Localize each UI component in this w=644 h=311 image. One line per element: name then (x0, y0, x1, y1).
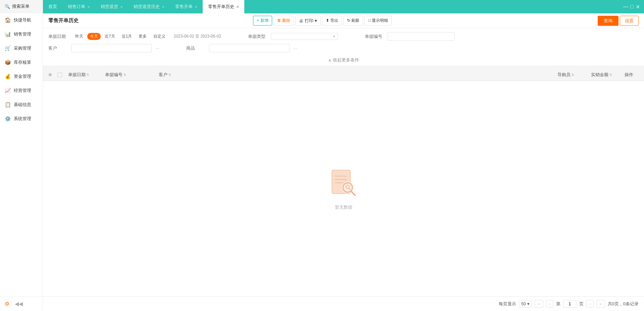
sidebar-search[interactable]: 🔍 搜索采单 (0, 0, 43, 13)
inventory-icon: 📦 (5, 59, 11, 65)
goods-dots[interactable]: ··· (294, 46, 297, 51)
settings-gear-icon[interactable]: ⚙ (5, 301, 9, 307)
tab-sales-order-label: 销售订单 (68, 4, 85, 10)
collapse-label: 收起更多条件 (333, 57, 359, 63)
sidebar-item-quick-nav[interactable]: 🏠 快捷导航 (0, 13, 43, 27)
tab-retail-open[interactable]: 零售开单 ✕ (170, 0, 203, 13)
th-checkbox[interactable] (55, 72, 65, 77)
th-date-sort: ⇅ (87, 73, 89, 76)
prev-page-button[interactable]: ‹ (546, 300, 553, 308)
tab-sales-return-label: 销货退货 (101, 4, 118, 10)
sidebar: 🔍 搜索采单 🏠 快捷导航 📊 销售管理 🛒 采购管理 📦 库存核算 💰 资金管… (0, 0, 43, 311)
tab-sales-order[interactable]: 销售订单 ✕ (62, 0, 95, 13)
type-select[interactable]: ▾ (271, 33, 338, 40)
orderno-input[interactable] (388, 32, 455, 41)
th-orderno[interactable]: 单据编号 ⇅ (102, 72, 155, 78)
print-button[interactable]: 🖨 打印 ▾ (295, 16, 321, 26)
last-page-button[interactable]: » (596, 300, 605, 308)
delete-button[interactable]: 🗑 删除 (274, 16, 294, 25)
yesterday-btn[interactable]: 昨天 (72, 33, 86, 40)
month1-btn[interactable]: 近1月 (119, 33, 135, 40)
date-range-text: 2023-06-02 至 2023-06-02 (174, 34, 221, 39)
orderno-filter-label: 单据编号 (365, 34, 385, 40)
tab-retail-open-label: 零售开单 (175, 4, 193, 10)
custom-btn[interactable]: 自定义 (151, 33, 168, 40)
maximize-button[interactable]: □ (630, 4, 634, 10)
first-page-button[interactable]: « (535, 300, 543, 308)
print-label: 🖨 打印 (299, 18, 313, 24)
th-action-label: 操作 (625, 72, 633, 78)
sidebar-search-label: 搜索采单 (12, 3, 30, 9)
page-suffix: 页 (579, 301, 584, 307)
sidebar-collapse-icon[interactable]: ◀◀ (15, 301, 23, 307)
th-amount[interactable]: 实销金额 ⇅ (588, 72, 621, 78)
export-button[interactable]: ⬆ 导出 (322, 16, 342, 25)
system-icon: ⚙️ (5, 116, 11, 122)
tab-sales-return[interactable]: 销货退货 ✕ (95, 0, 128, 13)
more-btn[interactable]: 更多 (136, 33, 149, 40)
goods-filter-col: 商品 ··· (186, 44, 297, 52)
setting-button[interactable]: 设置 (620, 16, 639, 26)
table-area: ⚙ 单据日期 ⇅ 单据编号 ⇅ 客户 ⇅ 导购员 ⇅ 实销金额 ⇅ (43, 69, 644, 296)
pagination: 每页显示 50 ▾ « ‹ 第 页 › » 共0页，0条记录 (43, 296, 644, 311)
sidebar-item-finance[interactable]: 💰 资金管理 (0, 69, 43, 84)
th-date[interactable]: 单据日期 ⇅ (65, 72, 102, 78)
page-input[interactable] (563, 300, 577, 308)
tab-sales-return-history[interactable]: 销货退货历史 ✕ (128, 0, 170, 13)
th-customer[interactable]: 客户 ⇅ (155, 72, 554, 78)
th-amount-sort: ⇅ (609, 73, 612, 76)
goods-filter-label: 商品 (186, 45, 206, 51)
minimize-button[interactable]: — (623, 4, 628, 10)
purchase-icon: 🛒 (5, 45, 11, 51)
sidebar-item-operations[interactable]: 📈 经营管理 (0, 84, 43, 98)
sidebar-item-basic-info[interactable]: 📋 基础信息 (0, 98, 43, 112)
th-settings[interactable]: ⚙ (46, 72, 55, 77)
sidebar-item-sales[interactable]: 📊 销售管理 (0, 27, 43, 41)
customer-dots[interactable]: ··· (156, 46, 159, 51)
sidebar-item-system[interactable]: ⚙️ 系统管理 (0, 112, 43, 126)
per-page-select[interactable]: 50 ▾ (519, 300, 532, 308)
tab-retail-open-close[interactable]: ✕ (195, 5, 197, 9)
tab-sales-return-close[interactable]: ✕ (120, 5, 123, 9)
query-button[interactable]: 查询 (598, 16, 618, 26)
th-guide-label: 导购员 (557, 72, 571, 78)
add-button[interactable]: + 新增 (253, 16, 272, 25)
goods-input[interactable] (209, 44, 290, 52)
search-icon: 🔍 (5, 4, 10, 9)
refresh-button[interactable]: ↻ 刷新 (343, 16, 363, 25)
sidebar-item-label: 快捷导航 (14, 17, 31, 23)
tab-sales-order-close[interactable]: ✕ (87, 5, 90, 9)
date-buttons: 昨天 今天 近7天 近1月 更多 自定义 (72, 33, 168, 40)
tab-sales-return-history-label: 销货退货历史 (134, 4, 160, 10)
customer-input[interactable] (71, 44, 152, 52)
sidebar-item-label: 库存核算 (14, 59, 31, 65)
tab-retail-history[interactable]: 零售开单历史 ✕ (203, 0, 244, 13)
header-checkbox[interactable] (57, 72, 62, 77)
filter-row-2: 客户 ··· 商品 ··· (48, 44, 639, 52)
tab-home[interactable]: 首页 (43, 0, 62, 13)
orderno-filter-col: 单据编号 (365, 32, 455, 41)
tab-home-label: 首页 (48, 4, 57, 10)
collapse-icon: ∧ (328, 58, 332, 63)
tab-retail-history-close[interactable]: ✕ (236, 5, 239, 9)
sidebar-item-inventory[interactable]: 📦 库存核算 (0, 55, 43, 69)
customer-filter-col: 客户 ··· (48, 44, 159, 52)
table-header: ⚙ 单据日期 ⇅ 单据编号 ⇅ 客户 ⇅ 导购员 ⇅ 实销金额 ⇅ (43, 69, 644, 81)
empty-text: 暂无数据 (335, 204, 352, 210)
per-page-arrow: ▾ (527, 301, 530, 306)
th-orderno-label: 单据编号 (105, 72, 122, 78)
pagination-summary: 共0页，0条记录 (608, 301, 639, 307)
next-page-button[interactable]: › (586, 300, 594, 308)
today-btn[interactable]: 今天 (87, 33, 101, 40)
sidebar-item-purchase[interactable]: 🛒 采购管理 (0, 41, 43, 55)
close-button[interactable]: ✕ (636, 4, 640, 10)
per-page-value: 50 (521, 301, 526, 306)
show-detail-button[interactable]: □ 显示明细 (364, 16, 392, 25)
collapse-row[interactable]: ∧ 收起更多条件 (48, 56, 639, 66)
sidebar-bottom: ⚙ ◀◀ (0, 296, 43, 311)
tab-sales-return-history-close[interactable]: ✕ (162, 5, 164, 9)
sidebar-item-label: 经营管理 (14, 88, 31, 94)
sales-icon: 📊 (5, 31, 11, 37)
week7-btn[interactable]: 近7天 (102, 33, 118, 40)
th-guide[interactable]: 导购员 ⇅ (554, 72, 588, 78)
